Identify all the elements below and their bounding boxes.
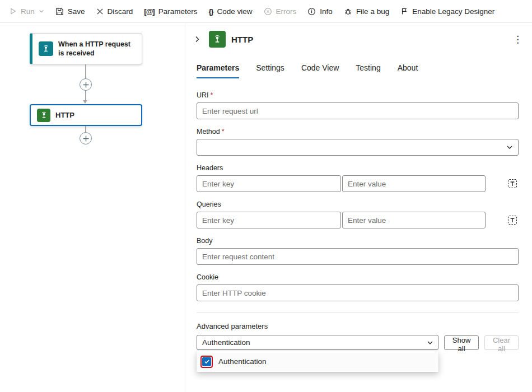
http-action-card-title: HTTP — [55, 110, 74, 120]
checkbox-focus-ring — [200, 356, 213, 368]
play-icon — [9, 7, 17, 15]
flag-icon — [400, 7, 408, 15]
bug-icon — [344, 7, 352, 16]
section-divider — [197, 312, 519, 313]
headers-value-input[interactable] — [342, 175, 486, 192]
checked-checkbox[interactable] — [202, 357, 211, 366]
headers-label: Headers — [197, 164, 519, 172]
trigger-card[interactable]: When a HTTP request is received — [30, 33, 142, 64]
advanced-parameters-dropdown: Authentication — [197, 351, 438, 372]
headers-key-input[interactable] — [197, 175, 341, 192]
queries-label: Queries — [197, 200, 519, 208]
headers-row — [197, 175, 519, 192]
chevron-down-icon — [39, 8, 44, 14]
panel-header: HTTP ⋮ — [185, 23, 532, 48]
combobox-value: Authentication — [202, 338, 250, 347]
http-action-icon — [37, 109, 50, 122]
errors-button[interactable]: Errors — [258, 2, 302, 21]
errors-label: Errors — [276, 7, 297, 16]
cookie-label: Cookie — [197, 273, 519, 281]
workflow-canvas: When a HTTP request is received HTTP — [0, 23, 185, 392]
connector-line — [85, 64, 86, 78]
tab-code-view[interactable]: Code View — [301, 63, 339, 78]
insert-step-button[interactable] — [80, 78, 92, 91]
connector-line — [85, 91, 86, 100]
discard-label: Discard — [108, 7, 133, 16]
info-button[interactable]: Info — [302, 2, 338, 21]
operation-details-panel: HTTP ⋮ Parameters Settings Code View Tes… — [185, 23, 532, 392]
tab-about[interactable]: About — [398, 63, 418, 78]
command-bar: Run Save Discard [@] Parameters {} Code … — [0, 0, 532, 23]
save-button[interactable]: Save — [50, 2, 91, 21]
info-label: Info — [320, 7, 333, 16]
http-request-trigger-icon — [39, 41, 53, 56]
more-commands-icon[interactable]: ⋮ — [510, 34, 525, 45]
method-label: Method* — [197, 128, 519, 136]
discard-button[interactable]: Discard — [91, 2, 139, 21]
headers-text-mode-icon[interactable] — [507, 179, 517, 189]
uri-input[interactable] — [197, 102, 519, 119]
parameters-icon: [@] — [144, 7, 154, 16]
parameters-label: Parameters — [158, 7, 198, 16]
collapse-panel-button[interactable] — [191, 33, 203, 45]
queries-row — [197, 212, 519, 228]
code-view-button[interactable]: {} Code view — [203, 2, 258, 21]
file-a-bug-label: File a bug — [356, 7, 389, 16]
run-label: Run — [21, 7, 35, 16]
error-circle-icon — [264, 7, 272, 16]
code-view-label: Code view — [217, 7, 253, 16]
queries-value-input[interactable] — [342, 212, 486, 228]
body-input[interactable] — [197, 248, 519, 265]
add-action-button[interactable] — [80, 132, 92, 144]
http-action-card[interactable]: HTTP — [30, 104, 142, 126]
cookie-input[interactable] — [197, 284, 519, 301]
braces-icon: {} — [208, 7, 213, 16]
info-circle-icon — [307, 7, 316, 16]
chevron-down-icon — [506, 144, 513, 151]
dropdown-option-label: Authentication — [218, 357, 267, 366]
tab-settings[interactable]: Settings — [256, 63, 284, 78]
enable-legacy-designer-button[interactable]: Enable Legacy Designer — [395, 2, 500, 21]
connector-line — [85, 126, 86, 132]
panel-title: HTTP — [231, 35, 253, 44]
tab-parameters[interactable]: Parameters — [197, 63, 239, 78]
uri-label: URI* — [197, 91, 519, 99]
advanced-parameters-label: Advanced parameters — [197, 322, 519, 330]
required-mark: * — [222, 128, 225, 136]
parameters-button[interactable]: [@] Parameters — [138, 2, 203, 21]
advanced-parameters-combobox[interactable]: Authentication — [197, 335, 438, 350]
run-button[interactable]: Run — [3, 2, 50, 21]
advanced-parameters-row: Authentication Show all Clear all — [197, 335, 519, 350]
trigger-card-title: When a HTTP request is received — [58, 40, 136, 58]
enable-legacy-designer-label: Enable Legacy Designer — [412, 7, 494, 16]
clear-all-button[interactable]: Clear all — [484, 335, 519, 350]
method-dropdown[interactable] — [197, 139, 519, 156]
chevron-down-icon — [427, 339, 433, 346]
queries-key-input[interactable] — [197, 212, 341, 228]
body-label: Body — [197, 237, 519, 245]
required-mark: * — [211, 91, 213, 99]
save-label: Save — [68, 7, 85, 16]
http-action-icon — [209, 31, 226, 48]
panel-tabs: Parameters Settings Code View Testing Ab… — [185, 63, 532, 78]
file-a-bug-button[interactable]: File a bug — [338, 2, 395, 21]
save-icon — [55, 7, 64, 16]
dismiss-icon — [96, 8, 104, 15]
tab-testing[interactable]: Testing — [356, 63, 380, 78]
show-all-button[interactable]: Show all — [444, 335, 479, 350]
dropdown-option-authentication[interactable]: Authentication — [197, 352, 438, 371]
parameters-form: URI* Method* Headers Queries Bo — [185, 78, 532, 372]
connector-arrowhead — [83, 100, 87, 104]
queries-text-mode-icon[interactable] — [507, 215, 517, 225]
